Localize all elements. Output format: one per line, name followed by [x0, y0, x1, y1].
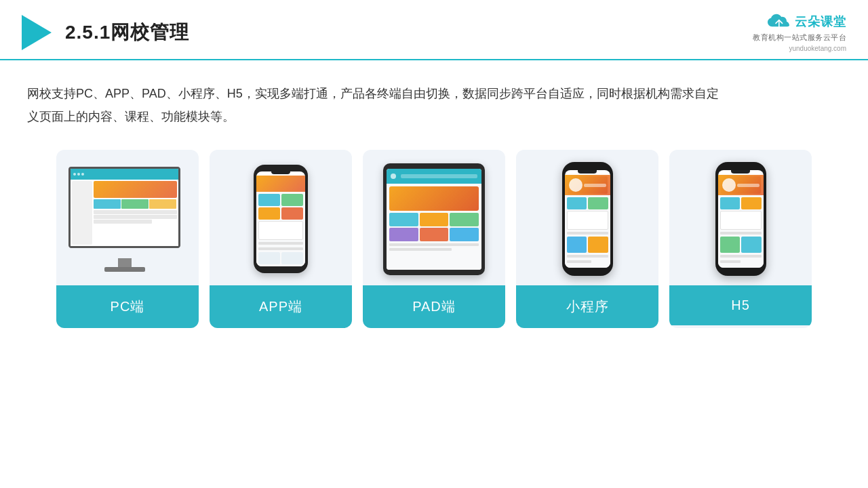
platform-cards: PC端 [0, 139, 868, 342]
card-h5-label: H5 [669, 285, 812, 325]
header-left: 2.5.1网校管理 [22, 15, 189, 50]
pad-mockup [383, 163, 485, 275]
h5-phone-mockup [715, 162, 766, 276]
description-text: 网校支持PC、APP、PAD、小程序、H5，实现多端打通，产品各终端自由切换，数… [0, 60, 746, 139]
card-h5: H5 [669, 150, 812, 328]
pc-base [104, 267, 145, 272]
card-app: APP端 [210, 150, 352, 328]
pad-screen [387, 169, 481, 270]
card-miniprogram-image [516, 150, 658, 285]
app-phone-mockup [254, 165, 308, 273]
app-phone-screen [256, 171, 305, 266]
description-content: 网校支持PC、APP、PAD、小程序、H5，实现多端打通，产品各终端自由切换，数… [27, 87, 719, 123]
page-header: 2.5.1网校管理 云朵课堂 教育机构一站式服务云平台 yunduoketang… [0, 0, 868, 60]
card-pad-image [363, 150, 505, 285]
logo-text: 云朵课堂 [795, 14, 846, 30]
card-pc-label: PC端 [56, 285, 199, 328]
logo-subtitle: 教育机构一站式服务云平台 [753, 33, 846, 43]
page-title: 2.5.1网校管理 [65, 20, 189, 45]
logo-domain: yunduoketang.com [789, 45, 846, 52]
miniprogram-phone-screen [565, 170, 610, 268]
pc-mockup [68, 167, 187, 272]
card-app-label: APP端 [210, 285, 352, 328]
card-pad-label: PAD端 [363, 285, 505, 328]
card-h5-image [669, 150, 812, 285]
miniprogram-phone-mockup [562, 162, 613, 276]
cloud-logo: 云朵课堂 [765, 12, 846, 31]
card-pc-image [56, 150, 199, 285]
card-app-image [210, 150, 352, 285]
brand-triangle-icon [22, 15, 52, 50]
card-miniprogram: 小程序 [516, 150, 658, 328]
card-pc: PC端 [56, 150, 199, 328]
h5-phone-screen [718, 170, 764, 268]
card-pad: PAD端 [363, 150, 505, 328]
cloud-icon [765, 12, 792, 31]
card-miniprogram-label: 小程序 [516, 285, 658, 328]
brand-logo: 云朵课堂 教育机构一站式服务云平台 yunduoketang.com [753, 12, 846, 52]
pc-screen [68, 167, 180, 248]
